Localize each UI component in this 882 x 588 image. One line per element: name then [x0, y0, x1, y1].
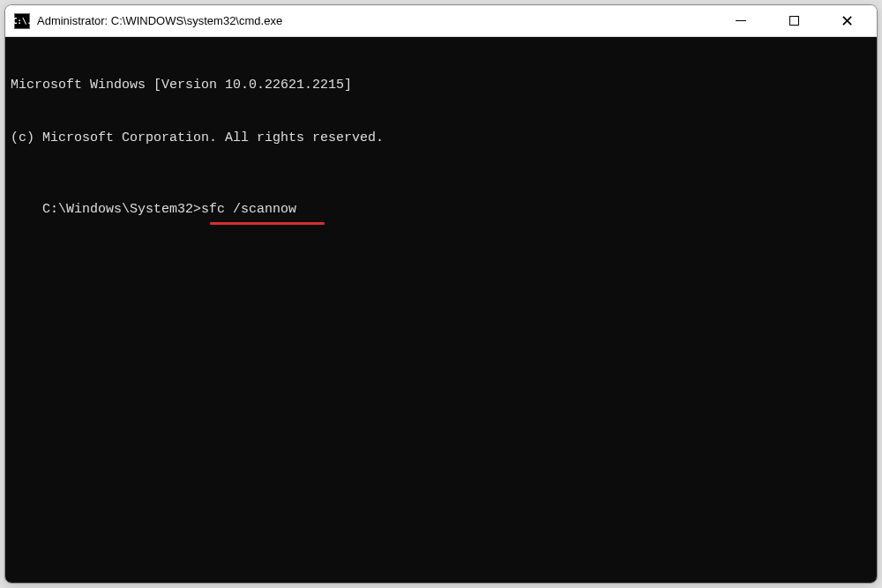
close-button[interactable]: ✕: [820, 5, 873, 37]
maximize-button[interactable]: [767, 5, 820, 37]
close-icon: ✕: [841, 13, 854, 29]
titlebar[interactable]: C:\. Administrator: C:\WINDOWS\system32\…: [5, 5, 877, 37]
maximize-icon: [789, 16, 799, 26]
terminal-area[interactable]: Microsoft Windows [Version 10.0.22621.22…: [5, 37, 877, 583]
version-line: Microsoft Windows [Version 10.0.22621.22…: [11, 77, 871, 94]
cmd-window: C:\. Administrator: C:\WINDOWS\system32\…: [4, 4, 878, 584]
window-title: Administrator: C:\WINDOWS\system32\cmd.e…: [37, 14, 714, 27]
window-controls: ✕: [714, 5, 873, 37]
cmd-icon: C:\.: [14, 13, 30, 29]
minimize-icon: [736, 20, 746, 21]
annotation-underline: [210, 222, 325, 225]
prompt-line: C:\Windows\System32>sfc /scannow: [42, 201, 296, 219]
minimize-button[interactable]: [714, 5, 767, 37]
command-text: sfc /scannow: [201, 202, 296, 217]
prompt-text: C:\Windows\System32>: [42, 202, 201, 217]
copyright-line: (c) Microsoft Corporation. All rights re…: [11, 130, 871, 147]
